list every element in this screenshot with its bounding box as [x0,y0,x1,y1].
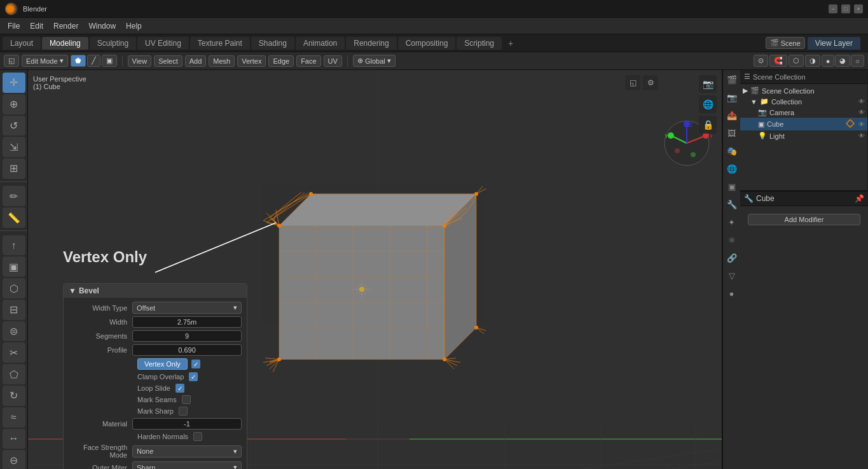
spin-tool[interactable]: ↻ [3,386,25,406]
minimize-button[interactable]: − [829,4,837,13]
view-menu[interactable]: View [128,55,152,67]
tab-scripting[interactable]: Scripting [457,37,502,50]
poly-build-tool[interactable]: ⬠ [3,364,25,384]
measure-tool[interactable]: 📏 [3,207,25,228]
cube-item[interactable]: ▣ Cube 👁 [740,118,867,130]
snap-btn[interactable]: 🧲 [769,55,787,67]
scene-collection-root[interactable]: ▶ 🎬 Scene Collection [740,85,867,96]
camera-item[interactable]: 📷 Camera 👁 [740,107,867,118]
toggle-sidebar-btn[interactable]: ◱ [625,75,640,90]
knife-tool[interactable]: ✂ [3,342,25,363]
viewport-3d[interactable]: User Perspective (1) Cube Vertex Only ▼ … [28,70,722,469]
menu-render[interactable]: Render [48,20,83,32]
editor-type-button[interactable]: ◱ [4,55,19,67]
inset-tool[interactable]: ▣ [3,256,25,277]
tab-compositing[interactable]: Compositing [398,37,456,50]
lock-view-btn[interactable]: 🔒 [699,116,717,134]
vertex-only-button[interactable]: Vertex Only [137,358,188,370]
prop-scene-settings-icon[interactable]: 🎭 [725,144,739,158]
prop-physics-icon[interactable]: ⚛ [725,233,739,247]
cursor-tool[interactable]: ✛ [3,73,25,93]
tab-layout[interactable]: Layout [3,37,41,50]
menu-edit[interactable]: Edit [25,20,48,32]
shrink-tool[interactable]: ⊖ [3,450,25,469]
menu-file[interactable]: File [3,20,25,32]
prop-data-icon[interactable]: ▽ [725,269,739,283]
vertex-menu[interactable]: Vertex [237,55,266,67]
rotate-tool[interactable]: ↺ [3,116,25,136]
collection-visibility[interactable]: 👁 [858,98,865,105]
render-view-btn[interactable]: 🌐 [699,95,717,113]
move-tool[interactable]: ⊕ [3,94,25,115]
solid-shading[interactable]: ● [822,55,835,67]
edge-mode-button[interactable]: ╱ [87,55,100,67]
add-modifier-button[interactable]: Add Modifier [748,214,860,225]
clamp-overlap-checkbox[interactable]: ✓ [189,372,198,381]
edge-menu[interactable]: Edge [268,55,294,67]
rendered-shading[interactable]: ○ [851,55,864,67]
vertex-only-checkbox[interactable]: ✓ [191,360,200,368]
overlay-btn[interactable]: ⬡ [789,55,804,67]
outer-miter-dropdown[interactable]: Sharp ▾ [132,461,242,469]
prop-scene-icon[interactable]: 🎬 [725,73,739,87]
tab-modeling[interactable]: Modeling [42,37,88,50]
scale-tool[interactable]: ⇲ [3,137,25,157]
panel-header-bevel[interactable]: ▼ Bevel [64,284,247,298]
mode-selector[interactable]: Edit Mode ▾ [22,55,68,67]
light-visibility[interactable]: 👁 [858,132,865,139]
select-menu[interactable]: Select [154,55,183,67]
uv-menu[interactable]: UV [324,55,342,67]
mesh-menu[interactable]: Mesh [209,55,235,67]
harden-normals-checkbox[interactable] [193,432,202,441]
xray-btn[interactable]: ◑ [805,55,820,67]
extrude-tool[interactable]: ↑ [3,235,25,256]
maximize-button[interactable]: □ [841,4,850,13]
light-item[interactable]: 💡 Light 👁 [740,130,867,141]
annotate-tool[interactable]: ✏ [3,186,25,206]
prop-particles-icon[interactable]: ✦ [725,215,739,229]
profile-input[interactable]: 0.690 [132,344,242,356]
width-input[interactable]: 2.75m [132,316,242,328]
scene-selector[interactable]: 🎬 Scene [766,37,805,49]
smooth-tool[interactable]: ≈ [3,407,25,428]
face-strength-dropdown[interactable]: None ▾ [132,445,242,458]
camera-visibility[interactable]: 👁 [858,109,865,116]
material-input[interactable]: -1 [132,418,242,430]
tab-sculpting[interactable]: Sculpting [90,37,136,50]
loop-slide-checkbox[interactable]: ✓ [176,384,184,393]
proportional-edit-btn[interactable]: ⊙ [754,55,768,67]
face-menu[interactable]: Face [296,55,320,67]
prop-view-layer-icon[interactable]: 🖼 [725,126,739,140]
tab-animation[interactable]: Animation [296,37,345,50]
add-workspace-button[interactable]: + [503,36,518,50]
material-shading[interactable]: ◕ [835,55,850,67]
prop-render-icon[interactable]: 📷 [725,90,739,104]
bevel-tool[interactable]: ⬡ [3,278,25,298]
vertex-mode-button[interactable]: ⬟ [71,55,86,67]
mark-sharp-checkbox[interactable] [179,407,188,416]
prop-object-icon[interactable]: ▣ [725,179,739,193]
prop-material-icon[interactable]: ● [725,286,739,300]
collection-item[interactable]: ▼ 📁 Collection 👁 [740,96,867,107]
offset-edge-loop-tool[interactable]: ⊜ [3,321,25,342]
add-menu[interactable]: Add [185,55,207,67]
tab-shading[interactable]: Shading [251,37,294,50]
loop-cut-tool[interactable]: ⊟ [3,300,25,320]
prop-modifier-icon[interactable]: 🔧 [725,197,739,211]
cube-visibility[interactable]: 👁 [858,121,865,128]
mark-seams-checkbox[interactable] [182,395,191,404]
menu-window[interactable]: Window [83,20,121,32]
segments-input[interactable]: 9 [132,330,242,342]
face-mode-button[interactable]: ▣ [102,55,117,67]
header-settings-btn[interactable]: ⚙ [643,75,658,90]
tab-view-layer[interactable]: View Layer [808,37,860,50]
tab-rendering[interactable]: Rendering [346,37,396,50]
transform-tool[interactable]: ⊞ [3,158,25,179]
prop-constraints-icon[interactable]: 🔗 [725,251,739,265]
menu-help[interactable]: Help [121,20,147,32]
prop-pin-icon[interactable]: 📌 [855,194,864,203]
prop-output-icon[interactable]: 📤 [725,108,739,122]
camera-view-btn[interactable]: 📷 [699,75,717,93]
edge-slide-tool[interactable]: ↔ [3,429,25,449]
close-button[interactable]: × [854,4,863,13]
